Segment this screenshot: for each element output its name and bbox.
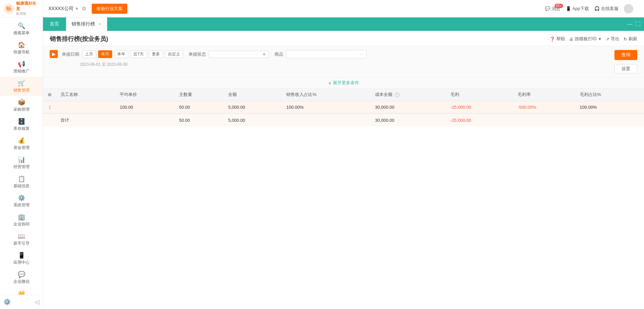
logo-sub: 标准版: [16, 11, 39, 16]
sidebar-item-marketing[interactable]: 📢 营销推广: [0, 58, 43, 77]
date-this-month[interactable]: 本月: [98, 50, 112, 58]
sidebar-item-operations[interactable]: 📊 经营管理: [0, 153, 43, 172]
date-this-year[interactable]: 本年: [114, 50, 128, 58]
avatar[interactable]: [624, 4, 633, 13]
headset-icon: 🎧: [594, 6, 600, 11]
trial-button[interactable]: 体验行业方案: [92, 4, 127, 14]
tab-home[interactable]: 首页: [43, 17, 66, 31]
company-name: XXXXX公司: [48, 6, 74, 12]
table-footer-row: 合计 50.00 5,000.00 30,000.00 -25,000.00: [43, 113, 644, 126]
goods-filter: 商品 ···: [274, 50, 367, 58]
filter-expand-arrow[interactable]: ▶: [50, 50, 58, 58]
date-more[interactable]: 更多: [149, 50, 163, 58]
company-dropdown-icon: ▼: [75, 6, 79, 11]
table-container: ⚙ 员工名称 平均单价 主数量 全额 销售收入占比% 成本全额 i 毛利 毛利率…: [43, 88, 644, 309]
page-header: 销售排行榜(按业务员) ❓ 帮助 🖨 按模板打印 ▼ ↗ 导出: [43, 31, 644, 46]
inventory-icon: 🗄️: [18, 118, 25, 125]
date-label: 单据日期: [62, 51, 79, 57]
sidebar: 畅 畅康通好生意 标准版 🔍 搜索菜单 🏠 快捷导航 📢 营销推广 🛒 销售管理…: [0, 0, 43, 309]
goods-select[interactable]: ···: [286, 50, 367, 58]
page-header-actions: ❓ 帮助 🖨 按模板打印 ▼ ↗ 导出 ↻ 刷新: [550, 36, 637, 42]
print-button[interactable]: 🖨 按模板打印 ▼: [569, 36, 602, 42]
tab-label: 销售排行榜: [72, 21, 95, 27]
date-last-month[interactable]: 上月: [82, 50, 96, 58]
status-filter: 单据状态 ▼: [188, 51, 269, 58]
sidebar-item-sales[interactable]: 🛒 销售管理: [0, 77, 43, 96]
tabbar: 首页 销售排行榜 × — ⛶: [43, 17, 644, 31]
refresh-icon: ↻: [624, 37, 627, 42]
col-settings[interactable]: ⚙: [43, 88, 56, 101]
date-range-text: 2023-06-01 至 2023-06-30: [80, 62, 127, 67]
purchase-icon: 📦: [18, 99, 25, 106]
sidebar-item-label: 库存核算: [13, 126, 30, 132]
message-icon: 💬: [545, 6, 550, 11]
sidebar-item-purchase[interactable]: 📦 采购管理: [0, 96, 43, 115]
phone-icon: 📱: [566, 6, 571, 11]
expand-more-button[interactable]: ∨ 展开更多条件: [328, 80, 359, 86]
sidebar-item-label: 企业微信: [13, 279, 30, 285]
message-button[interactable]: 💬 消息 99+: [545, 6, 560, 12]
date-filter: 单据日期 上月 本月 本年 近7天 更多 自定义: [62, 50, 183, 58]
sidebar-item-label: 采购管理: [13, 107, 30, 112]
cell-gross: -25,000.00: [446, 101, 514, 114]
col-qty: 主数量: [175, 88, 224, 101]
sidebar-item-search[interactable]: 🔍 搜索菜单: [0, 19, 43, 39]
tab-close-icon[interactable]: ×: [98, 21, 101, 27]
footer-gross-ratio: [576, 113, 644, 126]
col-gross-rate: 毛利率: [514, 88, 576, 101]
tab-minimize-icon[interactable]: —: [627, 21, 633, 27]
query-btn-area: 查询 设置: [614, 50, 637, 73]
tab-spacer: [107, 17, 624, 31]
message-badge: 99+: [555, 4, 563, 8]
date-custom[interactable]: 自定义: [165, 50, 183, 58]
query-button[interactable]: 查询: [614, 50, 637, 60]
sidebar-item-system[interactable]: ⚙️ 系统管理: [0, 192, 43, 211]
sidebar-settings-icon[interactable]: ⚙️: [3, 298, 11, 306]
cost-info-icon[interactable]: i: [395, 93, 399, 97]
sidebar-item-enterprise[interactable]: 🏢 企业协同: [0, 211, 43, 230]
cell-gross-rate: -500.00%: [514, 101, 576, 114]
col-name: 员工名称: [56, 88, 116, 101]
svg-text:畅: 畅: [6, 6, 11, 11]
online-service-button[interactable]: 🎧 在线客服: [594, 6, 618, 12]
search-icon: 🔍: [18, 22, 25, 30]
sidebar-item-label: 营销推广: [13, 68, 30, 74]
app-download-button[interactable]: 📱 App下载: [566, 6, 589, 12]
goods-label: 商品: [274, 51, 283, 57]
refresh-button[interactable]: ↻ 刷新: [624, 36, 637, 42]
export-button[interactable]: ↗ 导出: [606, 36, 619, 42]
member-icon: 👑: [18, 290, 25, 295]
filter-controls: 单据日期 上月 本月 本年 近7天 更多 自定义: [62, 50, 610, 67]
table-row: 1 100.00 50.00 5,000.00 100.00% 30,000.0…: [43, 101, 644, 114]
sidebar-item-member[interactable]: 👑 畅会员: [0, 287, 43, 295]
help-button[interactable]: ❓ 帮助: [550, 36, 565, 42]
status-label: 单据状态: [188, 51, 206, 57]
sidebar-collapse-icon[interactable]: ◁: [35, 298, 39, 306]
date-7days[interactable]: 近7天: [130, 50, 147, 58]
col-total: 全额: [224, 88, 282, 101]
footer-qty: 50.00: [175, 113, 224, 126]
sidebar-item-guide[interactable]: 📖 新手引导: [0, 230, 43, 249]
sidebar-item-quick-nav[interactable]: 🏠 快捷导航: [0, 39, 43, 58]
operations-icon: 📊: [18, 156, 25, 163]
date-range-display: 2023-06-01 至 2023-06-30: [80, 61, 610, 67]
sidebar-item-inventory[interactable]: 🗄️ 库存核算: [0, 115, 43, 134]
status-select[interactable]: ▼: [209, 51, 269, 58]
sidebar-item-apps[interactable]: 📱 应用中心: [0, 249, 43, 268]
cell-sales-ratio: 100.00%: [282, 101, 371, 114]
app-label: App下载: [572, 6, 589, 12]
sidebar-item-basic[interactable]: 📋 基础信息: [0, 172, 43, 192]
basic-icon: 📋: [18, 175, 25, 183]
company-selector[interactable]: XXXXX公司 ▼: [48, 6, 79, 12]
print-icon: 🖨: [569, 37, 573, 42]
tab-sales-ranking[interactable]: 销售排行榜 ×: [66, 17, 107, 31]
status-dropdown-icon: ▼: [262, 52, 266, 56]
chevron-down-icon: ∨: [328, 81, 332, 86]
settings-button[interactable]: 设置: [614, 64, 637, 73]
tab-expand-icon[interactable]: ⛶: [635, 21, 641, 27]
sidebar-item-finance[interactable]: 💰 资金管理: [0, 134, 43, 153]
col-sales-ratio: 销售收入占比%: [282, 88, 371, 101]
sidebar-item-label: 企业协同: [13, 221, 30, 227]
sidebar-item-wechat[interactable]: 💬 企业微信: [0, 268, 43, 287]
topbar-gear-icon[interactable]: ⚙: [82, 5, 86, 12]
